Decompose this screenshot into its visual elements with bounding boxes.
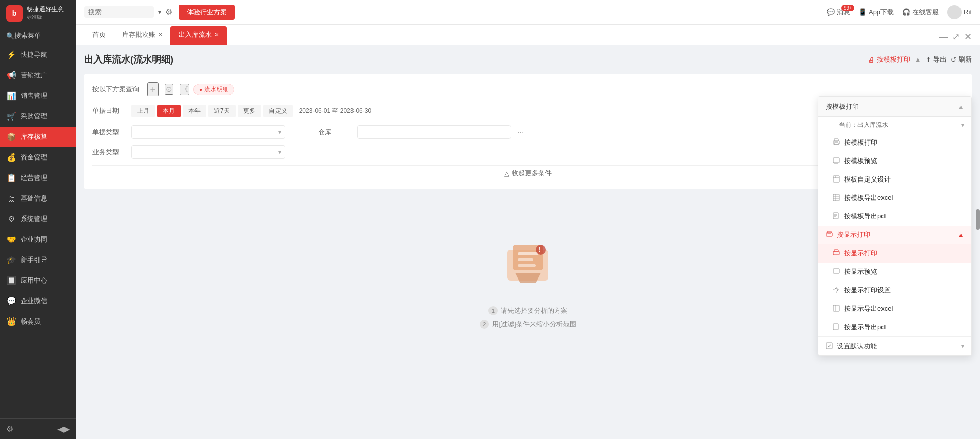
sidebar-item-label: 基础信息 [21,194,47,203]
date-tag-current-year[interactable]: 本年 [183,105,206,117]
query-tag-item[interactable]: ● 流水明细 [193,84,234,95]
display-section-chevron-icon[interactable]: ▲ [957,231,964,239]
export-button[interactable]: ⬆ 导出 [926,55,947,64]
date-tag-last-month[interactable]: 上月 [131,105,155,117]
sidebar-item-app-center[interactable]: 🔲 应用中心 [0,270,76,291]
tab-label: 出入库流水 [179,30,212,39]
sidebar-item-label: 企业微信 [21,296,47,306]
dropdown-template-preview[interactable]: 按模板预览 [818,152,971,170]
sidebar-item-finance[interactable]: 💰 资金管理 [0,147,76,168]
online-service-button[interactable]: 🎧 在线客服 [902,8,939,17]
date-tag-current-month[interactable]: 本月 [157,105,181,117]
filter-add-button[interactable]: ＋ [147,82,159,96]
dropdown-template-print[interactable]: 按模板打印 [818,133,971,152]
warehouse-dots-icon[interactable]: ··· [517,128,524,137]
sidebar-item-sales[interactable]: 📊 销售管理 [0,86,76,106]
tab-maximize-icon[interactable]: ⤢ [952,31,960,43]
business-type-label: 业务类型 [92,148,123,157]
sidebar-item-collab[interactable]: 🤝 企业协同 [0,229,76,250]
dropdown-template-design[interactable]: 模板自定义设计 [818,170,971,189]
tab-close-icon[interactable]: × [159,31,162,38]
sidebar-item-wechat[interactable]: 💬 企业微信 [0,291,76,311]
logo-icon: b [6,5,23,22]
user-avatar [947,5,962,19]
doc-type-select[interactable] [131,125,285,139]
dropdown-display-pdf[interactable]: 按显示导出pdf [818,318,971,336]
filter-settings-button[interactable]: ⊙ [165,84,173,95]
tutorial-icon: 🎓 [6,255,16,265]
message-button[interactable]: 💬 消息 99+ [827,8,850,17]
user-name: Rit [964,8,972,16]
tab-inout-flow[interactable]: 出入库流水 × [170,26,227,45]
dropdown-item-label: 按模板预览 [844,156,877,166]
tab-close-active-icon[interactable]: × [215,31,219,38]
sidebar-item-member[interactable]: 👑 畅会员 [0,311,76,332]
dropdown-footer-item[interactable]: 设置默认功能 ▾ [818,336,971,355]
refresh-button[interactable]: ↺ 刷新 [951,55,972,64]
date-label: 单据日期 [92,106,123,115]
date-tag-custom[interactable]: 自定义 [263,105,293,117]
footer-chevron-icon: ▾ [961,343,964,350]
message-badge: 99+ [841,5,854,11]
settings-icon[interactable]: ⚙ [6,424,13,434]
dropdown-item-label: 按显示预览 [844,267,877,276]
sidebar-item-management[interactable]: 📋 经营管理 [0,168,76,188]
app-download-button[interactable]: 📱 App下载 [858,8,894,17]
dropdown-display-section-header[interactable]: 按显示打印 ▲ [818,226,971,244]
dropdown-display-excel[interactable]: 按显示导出excel [818,300,971,318]
sidebar-item-system[interactable]: ⚙ 系统管理 [0,209,76,229]
sidebar-item-inventory[interactable]: 📦 库存核算 [0,127,76,147]
step-num-2: 2 [480,320,489,329]
date-tag-7days[interactable]: 近7天 [208,105,236,117]
business-type-select[interactable] [131,145,285,159]
topbar-dropdown-icon[interactable]: ▾ [158,9,161,16]
wechat-icon: 💬 [6,296,16,306]
headset-icon: 🎧 [902,8,910,16]
current-chevron-icon[interactable]: ▾ [961,122,964,129]
search-input[interactable] [88,8,150,16]
date-range-display: 2023-06-01 至 2023-06-30 [299,107,371,115]
print-button[interactable]: 🖨 按模板打印 [868,55,910,64]
warehouse-label: 仓库 [318,128,349,137]
sidebar-item-label: 企业协同 [21,235,47,244]
user-avatar-area[interactable]: Rit [947,5,972,19]
tab-label: 库存批次账 [122,30,155,39]
tab-minimize-icon[interactable]: — [939,32,948,43]
dropdown-display-print-settings[interactable]: 按显示打印设置 [818,281,971,300]
sidebar-item-search[interactable]: 🔍 搜索菜单 [0,27,76,45]
dropdown-display-print[interactable]: 按显示打印 [818,244,971,263]
svg-text:!: ! [539,246,540,253]
page-title-actions: 🖨 按模板打印 ▲ ⬆ 导出 ↺ 刷新 [868,55,972,64]
dropdown-header-chevron-icon[interactable]: ▲ [957,103,964,111]
refresh-label: 刷新 [958,55,972,64]
sidebar-item-marketing[interactable]: 📢 营销推广 [0,65,76,86]
doc-type-label: 单据类型 [92,128,123,137]
sidebar-item-basics[interactable]: 🗂 基础信息 [0,188,76,209]
dropdown-template-pdf[interactable]: 按模板导出pdf [818,207,971,226]
date-tag-more[interactable]: 更多 [238,105,261,117]
main-area: ▾ ⚙ 体验行业方案 💬 消息 99+ 📱 App下载 🎧 在线客服 Rit [76,0,980,439]
topbar-gear-icon[interactable]: ⚙ [165,7,172,17]
sidebar-item-purchase[interactable]: 🛒 采购管理 [0,106,76,127]
basics-icon: 🗂 [6,193,16,204]
sidebar-bottom: ⚙ ◀▶ [0,418,76,439]
query-tag-icon: ● [199,87,202,92]
sidebar-toggle-icon[interactable]: ◀▶ [57,424,70,434]
sidebar-item-label: 新手引导 [21,255,47,265]
print-chevron-up-icon[interactable]: ▲ [914,55,922,64]
dropdown-template-excel[interactable]: 按模板导出excel [818,189,971,207]
tab-home[interactable]: 首页 [84,26,114,45]
display-settings-icon [833,286,840,295]
warehouse-select[interactable] [357,125,511,139]
warehouse-select-wrap [357,125,511,139]
app-center-icon: 🔲 [6,275,16,286]
dropdown-display-preview[interactable]: 按显示预览 [818,263,971,281]
sidebar-item-tutorial[interactable]: 🎓 新手引导 [0,250,76,270]
tab-close-window-icon[interactable]: ✕ [964,31,972,43]
trial-button[interactable]: 体验行业方案 [179,5,235,20]
tab-inventory-batch[interactable]: 库存批次账 × [114,26,170,45]
filter-collapse-button[interactable]: 《 [180,84,189,95]
sidebar-item-quick-nav[interactable]: ⚡ 快捷导航 [0,45,76,65]
collapse-up-icon: △ [504,170,509,177]
search-input-wrap[interactable] [84,6,154,18]
